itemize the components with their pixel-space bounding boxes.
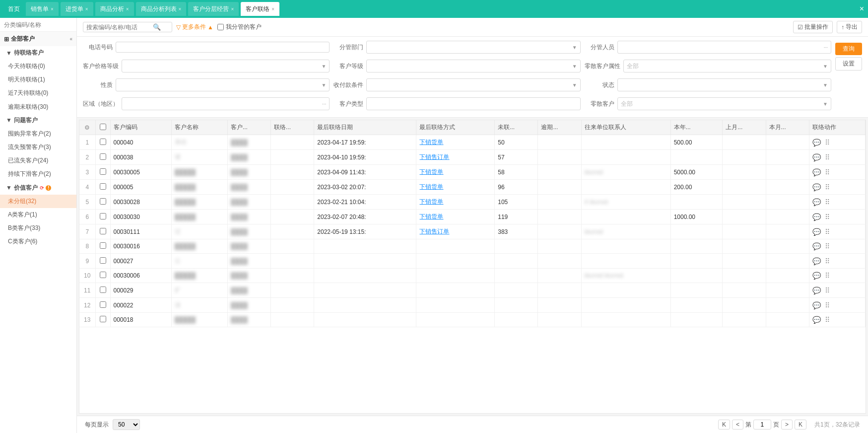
home-tab[interactable]: 首页: [4, 5, 24, 13]
row-last-method[interactable]: [416, 269, 495, 283]
row-checkbox[interactable]: [95, 313, 110, 327]
chat-action-icon[interactable]: 💬: [812, 242, 821, 250]
row-checkbox[interactable]: [95, 239, 110, 254]
col-this-month[interactable]: 本月...: [766, 120, 809, 135]
first-page-button[interactable]: K: [718, 420, 730, 430]
col-overdue[interactable]: 逾期...: [538, 120, 581, 135]
more-action-icon[interactable]: ⠿: [825, 183, 830, 191]
sidebar-item-tomorrow-pending[interactable]: 明天待联络(1): [0, 73, 76, 86]
customer-level-select[interactable]: ▼: [366, 60, 580, 72]
row-checkbox[interactable]: [95, 254, 110, 269]
more-action-icon[interactable]: ⠿: [825, 257, 830, 265]
payment-select[interactable]: ▼: [366, 78, 580, 91]
close-product-analysis-icon[interactable]: ×: [126, 6, 129, 12]
pending-section-header[interactable]: ▼ 待联络客户: [0, 46, 76, 60]
sidebar-item-abnormal[interactable]: 囤购异常客户(2): [0, 127, 76, 141]
col-name[interactable]: 客户名称: [171, 120, 227, 135]
row-last-method[interactable]: [416, 283, 495, 298]
query-button[interactable]: 查询: [835, 43, 862, 55]
tab-product-analysis[interactable]: 商品分析 ×: [95, 2, 134, 16]
sidebar-item-7days-pending[interactable]: 近7天待联络(0): [0, 86, 76, 100]
sidebar-item-today-pending[interactable]: 今天待联络(0): [0, 60, 76, 73]
chat-action-icon[interactable]: 💬: [812, 213, 821, 221]
sidebar-item-class-a[interactable]: A类客户(1): [0, 208, 76, 221]
tab-sales-order[interactable]: 销售单 ×: [26, 2, 59, 16]
all-customers-header[interactable]: ⊞ 全部客户 «: [0, 32, 76, 46]
close-customer-contact-icon[interactable]: ×: [271, 6, 274, 12]
chat-action-icon[interactable]: 💬: [812, 272, 821, 280]
sidebar-item-class-b[interactable]: B类客户(33): [0, 221, 76, 235]
chat-action-icon[interactable]: 💬: [812, 183, 821, 191]
col-this-year[interactable]: 本年...: [670, 120, 723, 135]
row-checkbox[interactable]: [95, 195, 110, 210]
close-sales-order-icon[interactable]: ×: [51, 6, 54, 12]
col-checkbox[interactable]: [95, 120, 110, 135]
problem-section-header[interactable]: ▼ 问题客户: [0, 114, 76, 127]
dept-select[interactable]: ▼: [366, 41, 580, 54]
col-contact-extra[interactable]: 联络...: [271, 120, 314, 135]
price-select[interactable]: ▼: [122, 60, 330, 72]
more-action-icon[interactable]: ⠿: [825, 316, 830, 324]
row-last-method[interactable]: [416, 313, 495, 327]
next-page-button[interactable]: >: [781, 420, 793, 430]
row-last-method[interactable]: [416, 239, 495, 254]
select-all-checkbox[interactable]: [100, 124, 106, 130]
phone-input[interactable]: [116, 42, 330, 53]
last-page-button[interactable]: K: [795, 420, 806, 430]
more-action-icon[interactable]: ⠿: [825, 139, 830, 146]
more-action-icon[interactable]: ⠿: [825, 272, 830, 280]
tab-product-analysis-list[interactable]: 商品分析列表 ×: [136, 2, 187, 16]
search-icon[interactable]: 🔍: [153, 23, 161, 31]
chat-action-icon[interactable]: 💬: [812, 228, 821, 236]
chat-action-icon[interactable]: 💬: [812, 287, 821, 294]
chat-action-icon[interactable]: 💬: [812, 139, 821, 146]
prev-page-button[interactable]: <: [732, 420, 743, 430]
sidebar-item-churn-warning[interactable]: 流失预警客户(3): [0, 141, 76, 154]
row-checkbox[interactable]: [95, 269, 110, 283]
sidebar-item-class-c[interactable]: C类客户(6): [0, 235, 76, 248]
chat-action-icon[interactable]: 💬: [812, 198, 821, 206]
sidebar-item-declining[interactable]: 持续下滑客户(2): [0, 167, 76, 181]
row-checkbox[interactable]: [95, 210, 110, 224]
tab-customer-contact[interactable]: 客户联络 ×: [241, 2, 279, 16]
region-select[interactable]: ···: [122, 97, 330, 110]
nature-select[interactable]: ▼: [116, 78, 330, 91]
row-last-method[interactable]: 下销售订单: [416, 224, 495, 239]
chat-action-icon[interactable]: 💬: [812, 316, 821, 324]
col-last-method[interactable]: 最后联络方式: [416, 120, 495, 135]
col-last-month[interactable]: 上月...: [723, 120, 766, 135]
close-product-analysis-list-icon[interactable]: ×: [179, 6, 182, 12]
row-checkbox[interactable]: [95, 180, 110, 195]
page-size-select[interactable]: 50 100 200: [113, 419, 140, 430]
retail-attr-select[interactable]: 全部▼: [623, 60, 831, 72]
row-checkbox[interactable]: [95, 298, 110, 313]
chat-action-icon[interactable]: 💬: [812, 301, 821, 309]
row-last-method[interactable]: 下销货单: [416, 165, 495, 180]
row-checkbox[interactable]: [95, 135, 110, 150]
col-code[interactable]: 客户编码: [110, 120, 171, 135]
col-settings[interactable]: ⚙: [79, 120, 95, 135]
chat-action-icon[interactable]: 💬: [812, 168, 821, 176]
close-purchase-order-icon[interactable]: ×: [85, 6, 88, 12]
tab-customer-segment[interactable]: 客户分层经营 ×: [188, 2, 239, 16]
more-action-icon[interactable]: ⠿: [825, 168, 830, 176]
more-conditions-button[interactable]: ▽ 更多条件 ▲: [176, 23, 213, 31]
row-checkbox[interactable]: [95, 150, 110, 165]
batch-operation-button[interactable]: ☑ 批量操作: [793, 21, 833, 33]
reset-button[interactable]: 设置: [835, 57, 862, 71]
sidebar-item-overdue[interactable]: 逾期未联络(30): [0, 100, 76, 114]
more-action-icon[interactable]: ⠿: [825, 242, 830, 250]
more-action-icon[interactable]: ⠿: [825, 153, 830, 161]
row-last-method[interactable]: [416, 254, 495, 269]
page-number-input[interactable]: [753, 420, 771, 430]
customer-type-select[interactable]: [366, 97, 580, 110]
chat-action-icon[interactable]: 💬: [812, 257, 821, 265]
sidebar-item-unclassified[interactable]: 未分组(32): [0, 195, 76, 208]
col-last-date[interactable]: 最后联络日期: [314, 120, 416, 135]
tab-purchase-order[interactable]: 进货单 ×: [61, 2, 93, 16]
search-input[interactable]: [86, 24, 151, 31]
row-last-method[interactable]: 下销货单: [416, 195, 495, 210]
more-action-icon[interactable]: ⠿: [825, 198, 830, 206]
export-button[interactable]: ↑ 导出: [837, 21, 862, 33]
col-uncontact[interactable]: 未联...: [495, 120, 538, 135]
